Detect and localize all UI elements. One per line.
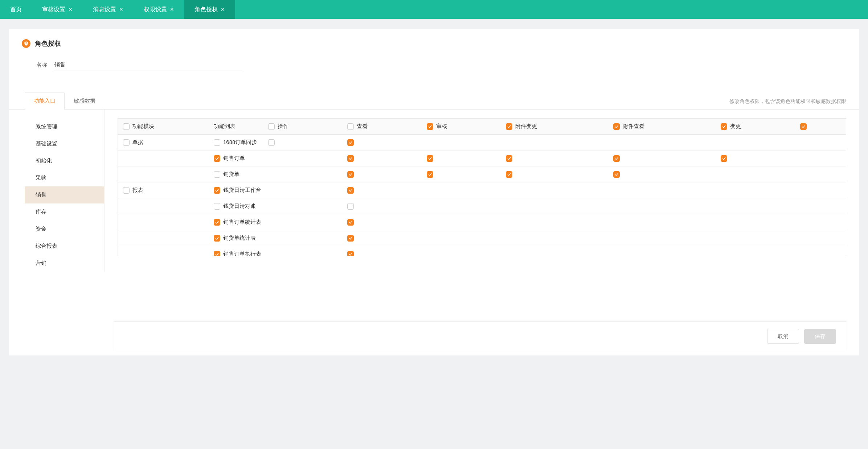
col-header-extra [795,119,846,135]
cancel-button[interactable]: 取消 [767,329,799,344]
perm-checkbox-view[interactable] [347,219,354,226]
header-checkbox-attview[interactable] [613,123,620,130]
header-checkbox-audit[interactable] [427,123,433,130]
func-checkbox[interactable] [214,251,220,256]
top-tab-0[interactable]: 首页 [0,0,32,19]
func-checkbox[interactable] [214,235,220,242]
table-row: 销售订单 [118,151,846,166]
top-tab-label: 审核设置 [42,6,65,13]
header-checkbox-change[interactable] [721,123,727,130]
sidebar-item-7[interactable]: 综合报表 [25,238,104,255]
cell-extra [795,166,846,182]
cell-change [716,230,795,246]
cell-module [118,166,209,182]
func-checkbox[interactable] [214,139,220,146]
sidebar-item-8[interactable]: 营销 [25,255,104,272]
top-tab-4[interactable]: 角色授权✕ [184,0,235,19]
top-tabs: 首页审核设置✕消息设置✕权限设置✕角色授权✕ [0,0,868,19]
perm-checkbox-op[interactable] [268,139,275,146]
sidebar-item-2[interactable]: 初始化 [25,152,104,169]
inner-tab-0[interactable]: 功能入口 [25,92,65,110]
func-checkbox[interactable] [214,203,220,210]
cell-audit [422,182,501,198]
table-row: 销售订单统计表 [118,214,846,230]
perm-checkbox-view[interactable] [347,187,354,194]
func-checkbox[interactable] [214,155,220,162]
cell-attchg [501,135,608,151]
permission-table-scroll[interactable]: 功能模块功能列表操作查看审核附件变更附件查看变更 单据1688订单同步销售订单销… [118,118,846,256]
col-header-module: 功能模块 [118,119,209,135]
cell-extra [795,182,846,198]
cell-change [716,214,795,230]
perm-checkbox-attchg[interactable] [506,171,512,178]
top-tab-1[interactable]: 审核设置✕ [32,0,83,19]
cell-attchg [501,230,608,246]
page-title: 角色授权 [35,39,61,48]
name-input[interactable] [54,59,242,70]
perm-checkbox-audit[interactable] [427,171,433,178]
cell-extra [795,246,846,256]
perm-checkbox-view[interactable] [347,251,354,256]
cell-module [118,214,209,230]
cell-attview [608,214,716,230]
cell-attchg [501,166,608,182]
header-checkbox-extra[interactable] [800,123,807,130]
cell-change [716,166,795,182]
module-checkbox[interactable] [123,139,130,146]
sidebar-item-6[interactable]: 资金 [25,221,104,238]
perm-checkbox-view[interactable] [347,203,354,210]
cell-func: 销售订单 [209,151,263,166]
col-header-attview: 附件查看 [608,119,716,135]
perm-checkbox-view[interactable] [347,139,354,146]
func-checkbox[interactable] [214,187,220,194]
col-header-op: 操作 [263,119,342,135]
cell-op [263,230,342,246]
module-checkbox[interactable] [123,187,130,194]
cell-op [263,246,342,256]
func-checkbox[interactable] [214,219,220,226]
perm-checkbox-attview[interactable] [613,171,620,178]
perm-checkbox-view[interactable] [347,235,354,242]
header-checkbox-op[interactable] [268,123,275,130]
cell-attview [608,198,716,214]
sidebar-item-1[interactable]: 基础设置 [25,135,104,152]
top-tab-2[interactable]: 消息设置✕ [83,0,134,19]
perm-checkbox-audit[interactable] [427,155,433,162]
close-icon[interactable]: ✕ [221,7,225,12]
header-checkbox-attchg[interactable] [506,123,512,130]
cell-attview [608,166,716,182]
save-button[interactable]: 保存 [804,329,836,344]
sidebar-item-4[interactable]: 销售 [25,186,104,203]
perm-checkbox-change[interactable] [721,155,727,162]
header-checkbox-view[interactable] [347,123,354,130]
cell-audit [422,151,501,166]
table-row: 单据1688订单同步 [118,135,846,151]
table-row: 销售订单执行表 [118,246,846,256]
inner-tab-1[interactable]: 敏感数据 [65,92,105,110]
table-row: 报表钱货日清工作台 [118,182,846,198]
shield-icon [22,39,30,48]
sidebar-item-0[interactable]: 系统管理 [25,118,104,135]
top-tab-label: 权限设置 [144,6,167,13]
close-icon[interactable]: ✕ [170,7,174,12]
col-header-func: 功能列表 [209,119,263,135]
perm-checkbox-view[interactable] [347,155,354,162]
top-tab-label: 消息设置 [93,6,116,13]
col-header-audit: 审核 [422,119,501,135]
perm-checkbox-attchg[interactable] [506,155,512,162]
cell-attview [608,151,716,166]
cell-view [342,151,421,166]
sidebar-item-3[interactable]: 采购 [25,169,104,186]
close-icon[interactable]: ✕ [119,7,123,12]
cell-change [716,151,795,166]
perm-checkbox-view[interactable] [347,171,354,178]
cell-view [342,246,421,256]
perm-checkbox-attview[interactable] [613,155,620,162]
close-icon[interactable]: ✕ [68,7,73,12]
func-checkbox[interactable] [214,171,220,178]
cell-attchg [501,246,608,256]
sidebar-item-5[interactable]: 库存 [25,203,104,221]
top-tab-3[interactable]: 权限设置✕ [134,0,184,19]
cell-op [263,151,342,166]
header-checkbox-module[interactable] [123,123,130,130]
